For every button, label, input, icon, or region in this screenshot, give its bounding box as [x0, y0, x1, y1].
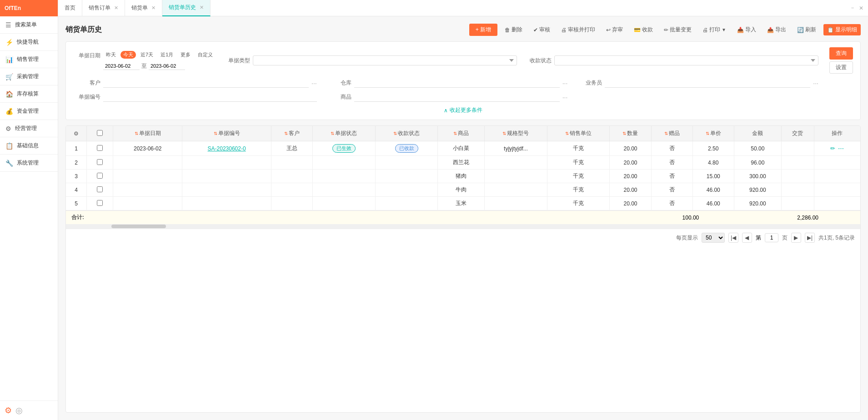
tab-sales-goods[interactable]: 销货单 ✕ [125, 0, 162, 16]
sidebar-item-purchase-mgmt[interactable]: 🛒 采购管理 [0, 68, 58, 85]
goods-more-icon[interactable]: ··· [562, 94, 568, 101]
date-pill-more[interactable]: 更多 [178, 51, 193, 59]
page-number-input[interactable]: 1 [765, 233, 778, 242]
date-pill-yesterday[interactable]: 昨天 [103, 51, 119, 59]
batch-change-label: 批量变更 [670, 26, 692, 34]
page-label-pre: 第 [756, 234, 761, 242]
first-page-button[interactable]: |◀ [728, 233, 738, 243]
abandon-button[interactable]: ↩ 弃审 [602, 24, 627, 35]
tab-sales-history[interactable]: 销货单历史 ✕ [162, 0, 211, 16]
doc-type-select[interactable] [253, 55, 517, 65]
row-checkbox[interactable] [97, 145, 103, 151]
sidebar-item-basic-info[interactable]: 📋 基础信息 [0, 137, 58, 155]
print-button[interactable]: 🖨 打印 ▼ [699, 24, 730, 35]
col-settings[interactable]: ⚙ [66, 126, 87, 141]
staff-more-icon[interactable]: ··· [813, 80, 818, 87]
sidebar-item-sys-mgmt[interactable]: 🔧 系统管理 [0, 155, 58, 172]
warehouse-more-icon[interactable]: ··· [562, 80, 568, 87]
search-menu-icon: ☰ [5, 21, 11, 29]
sidebar-item-quick-nav[interactable]: ⚡ 快捷导航 [0, 34, 58, 51]
cell-collect-status [375, 197, 438, 210]
table-header: ⚙ 单据日期 单据编号 客户 单据状态 收款状态 商品 规格型号 销售单位 数量… [66, 126, 860, 141]
prev-page-button[interactable]: ◀ [742, 233, 752, 243]
row-checkbox[interactable] [97, 173, 103, 179]
show-detail-button[interactable]: 📋 显示明细 [823, 24, 861, 35]
goods-input[interactable] [354, 92, 560, 102]
row-checkbox[interactable] [97, 159, 103, 165]
batch-change-button[interactable]: ✏ 批量变更 [660, 24, 695, 35]
col-collect-status[interactable]: 收款状态 [375, 126, 438, 141]
horizontal-scrollbar[interactable] [66, 224, 860, 229]
col-price[interactable]: 单价 [692, 126, 734, 141]
collect-button[interactable]: 💳 收款 [630, 24, 657, 35]
new-button[interactable]: + 新增 [469, 24, 497, 36]
row-number: 1 [66, 141, 87, 156]
staff-input[interactable] [605, 78, 810, 88]
table-row: 3猪肉千克20.00否15.00300.00 [66, 170, 860, 183]
col-customer[interactable]: 客户 [271, 126, 313, 141]
footer-total-amount: 2,286.00 [797, 215, 855, 221]
col-doc-date[interactable]: 单据日期 [113, 126, 182, 141]
close-sales-order-icon[interactable]: ✕ [114, 5, 118, 11]
tab-sales-order[interactable]: 销售订单 ✕ [82, 0, 125, 16]
sidebar-footer: ⚙ ◎ [0, 400, 58, 420]
audit-print-button[interactable]: 🖨 审核并打印 [557, 24, 599, 35]
export-button[interactable]: 📤 导出 [763, 24, 790, 35]
date-pill-custom[interactable]: 自定义 [195, 51, 216, 59]
col-doc-no[interactable]: 单据编号 [182, 126, 271, 141]
select-all-checkbox[interactable] [97, 130, 103, 136]
sidebar-item-ops-mgmt[interactable]: ⚙ 经营管理 [0, 120, 58, 137]
row-number: 4 [66, 183, 87, 197]
col-spec[interactable]: 规格型号 [485, 126, 547, 141]
col-doc-status[interactable]: 单据状态 [313, 126, 376, 141]
sidebar-item-fund-mgmt[interactable]: 💰 资金管理 [0, 103, 58, 120]
customer-more-icon[interactable]: ··· [311, 80, 317, 87]
table-row: 12023-06-02SA-20230602-0王总已生效已收款小白菜tyjyj… [66, 141, 860, 156]
collapse-footer-icon[interactable]: ◎ [15, 405, 23, 415]
date-pill-today[interactable]: 今天 [120, 51, 136, 59]
query-button[interactable]: 查询 [829, 47, 853, 60]
col-checkbox[interactable] [87, 126, 113, 141]
doc-no-input[interactable] [103, 92, 317, 102]
delete-button[interactable]: 🗑 删除 [501, 24, 526, 35]
cell-doc-status: 已生效 [313, 141, 376, 156]
close-sales-goods-icon[interactable]: ✕ [151, 5, 156, 11]
col-gift[interactable]: 赠品 [651, 126, 692, 141]
import-button[interactable]: 📥 导入 [733, 24, 760, 35]
row-checkbox[interactable] [97, 200, 103, 206]
date-to-input[interactable] [149, 62, 185, 70]
doc-type-filter-group: 单据类型 [223, 55, 517, 65]
scrollbar-thumb[interactable] [111, 225, 166, 228]
sidebar-item-search-menu[interactable]: ☰ 搜索菜单 [0, 16, 58, 34]
warehouse-input[interactable] [354, 78, 560, 88]
page-size-select[interactable]: 50 100 200 [702, 233, 725, 243]
cell-price: 4.80 [692, 156, 734, 170]
sidebar-item-sales-mgmt[interactable]: 📊 销售管理 [0, 51, 58, 68]
col-unit[interactable]: 销售单位 [547, 126, 610, 141]
cell-unit: 千克 [547, 183, 610, 197]
col-qty[interactable]: 数量 [610, 126, 651, 141]
sidebar-item-inventory[interactable]: 🏠 库存核算 [0, 85, 58, 103]
more-action-btn[interactable]: ⋯ [838, 145, 844, 152]
settings-footer-icon[interactable]: ⚙ [5, 405, 12, 415]
col-goods[interactable]: 商品 [438, 126, 485, 141]
date-pill-7days[interactable]: 近7天 [138, 51, 156, 59]
customer-input[interactable] [103, 78, 309, 88]
cell-unit: 千克 [547, 156, 610, 170]
edit-action-btn[interactable]: ✏ [830, 145, 835, 152]
collapse-button[interactable]: ∧ 收起更多条件 [73, 106, 853, 114]
row-checkbox[interactable] [97, 186, 103, 192]
doc-no-link[interactable]: SA-20230602-0 [208, 145, 246, 152]
date-from-input[interactable] [103, 62, 140, 70]
setting-button[interactable]: 设置 [829, 61, 853, 74]
next-page-button[interactable]: ▶ [791, 233, 801, 243]
close-sales-history-icon[interactable]: ✕ [200, 5, 204, 10]
window-close-icon[interactable]: ✕ [859, 5, 863, 11]
tab-home[interactable]: 首页 [58, 0, 82, 16]
collect-status-select[interactable] [554, 55, 818, 65]
last-page-button[interactable]: ▶| [805, 233, 815, 243]
window-minimize-icon[interactable]: － [850, 4, 855, 12]
date-pill-1month[interactable]: 近1月 [158, 51, 176, 59]
audit-button[interactable]: ✔ 审核 [530, 24, 554, 35]
refresh-button[interactable]: 🔄 刷新 [793, 24, 820, 35]
